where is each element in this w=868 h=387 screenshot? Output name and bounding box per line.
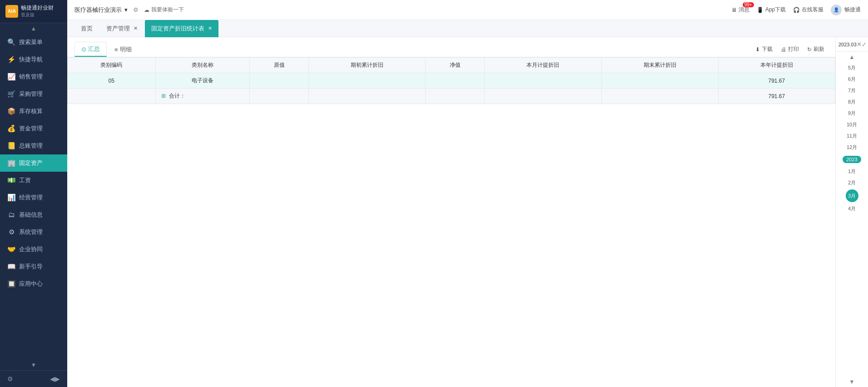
user-menu[interactable]: 👤 畅捷通 xyxy=(831,5,861,15)
fixed-icon: 🏢 xyxy=(7,159,15,167)
col-header-monthly: 本月计提折旧 xyxy=(485,58,601,73)
sidebar-item-system[interactable]: ⚙ 系统管理 xyxy=(0,223,67,241)
date-panel-title: 2023.03 xyxy=(838,42,857,47)
sidebar-item-quicknav[interactable]: ⚡ 快捷导航 xyxy=(0,51,67,68)
cell-ending xyxy=(601,73,718,89)
sidebar-item-purchase[interactable]: 🛒 采购管理 xyxy=(0,85,67,103)
cell-initial xyxy=(309,73,426,89)
sidebar-item-funds[interactable]: 💰 资金管理 xyxy=(0,120,67,137)
subtab-detail[interactable]: ≡ 明细 xyxy=(108,42,139,56)
subtabs: ⊙ 汇总 ≡ 明细 ⬇ 下载 🖨 打印 ↻ xyxy=(67,37,835,57)
date-scroll-down[interactable]: ▼ xyxy=(836,377,868,387)
date-month-6[interactable]: 6月 xyxy=(846,74,858,85)
system-icon: ⚙ xyxy=(7,228,15,236)
inventory-icon: 📦 xyxy=(7,107,15,115)
cloud-icon: ☁ xyxy=(144,7,149,13)
tab-depreciation-close[interactable]: ✕ xyxy=(208,25,212,31)
experience-label: 我要体验一下 xyxy=(151,6,184,14)
sidebar-scroll-down[interactable]: ▼ xyxy=(0,360,67,370)
experience-btn[interactable]: ☁ 我要体验一下 xyxy=(144,6,184,14)
settings-gear-icon[interactable]: ⚙ xyxy=(133,6,139,13)
search-icon: 🔍 xyxy=(7,38,15,46)
settings-icon[interactable]: ⚙ xyxy=(7,375,13,382)
tab-asset-close[interactable]: ✕ xyxy=(134,25,138,31)
app-version: 普及版 xyxy=(21,12,54,18)
date-month-8[interactable]: 8月 xyxy=(846,96,858,108)
message-btn[interactable]: 🖥 消息 99+ xyxy=(731,6,749,14)
col-header-annual: 本年计提折旧 xyxy=(718,58,835,73)
tab-depreciation-report[interactable]: 固定资产折旧统计表 ✕ xyxy=(145,20,218,37)
main-area: 医疗器械行业演示 ▾ ⚙ ☁ 我要体验一下 🖥 消息 99+ 📱 App下载 🎧… xyxy=(67,0,868,387)
refresh-icon: ↻ xyxy=(807,46,812,53)
total-row: ⊞ 合计： 791.67 xyxy=(68,89,835,104)
table-row: 05 电子设备 791.67 xyxy=(68,73,835,89)
logo-icon: AtA xyxy=(5,5,18,18)
sidebar-label-apps: 应用中心 xyxy=(19,280,43,288)
sidebar-item-search[interactable]: 🔍 搜索菜单 xyxy=(0,34,67,51)
enterprise-icon: 🤝 xyxy=(7,245,15,253)
sidebar-label-inventory: 库存核算 xyxy=(19,107,43,115)
content-area: ⊙ 汇总 ≡ 明细 ⬇ 下载 🖨 打印 ↻ xyxy=(67,37,868,387)
collapse-icon[interactable]: ◀▶ xyxy=(50,375,60,382)
date-month-2023-3[interactable]: 3月 xyxy=(846,189,858,202)
sidebar-label-purchase: 采购管理 xyxy=(19,90,43,98)
tab-home[interactable]: 首页 xyxy=(74,20,99,37)
detail-icon: ≡ xyxy=(114,46,118,53)
date-panel-close[interactable]: ✕ xyxy=(857,41,862,48)
app-name: 畅捷通好业财 xyxy=(21,5,54,12)
tab-depreciation-label: 固定资产折旧统计表 xyxy=(151,25,204,33)
print-btn[interactable]: 🖨 打印 xyxy=(777,44,803,55)
phone-icon: 📱 xyxy=(757,7,764,13)
funds-icon: 💰 xyxy=(7,124,15,133)
print-label: 打印 xyxy=(788,45,799,53)
cell-original xyxy=(250,73,309,89)
date-month-2023-2[interactable]: 2月 xyxy=(846,177,858,189)
apps-icon: 🔲 xyxy=(7,280,15,288)
home-label: 首页 xyxy=(81,25,93,33)
date-month-9[interactable]: 9月 xyxy=(846,108,858,119)
subtab-summary[interactable]: ⊙ 汇总 xyxy=(74,42,107,57)
sidebar-item-salary[interactable]: 💵 工资 xyxy=(0,172,67,189)
salary-icon: 💵 xyxy=(7,176,15,184)
date-scroll-up[interactable]: ▲ xyxy=(836,52,868,62)
sidebar-item-sales[interactable]: 📈 销售管理 xyxy=(0,68,67,85)
cell-code: 05 xyxy=(68,73,156,89)
sidebar-item-inventory[interactable]: 📦 库存核算 xyxy=(0,103,67,120)
sidebar-label-search: 搜索菜单 xyxy=(19,38,43,46)
operation-icon: 📊 xyxy=(7,194,15,202)
sidebar-label-ledger: 总账管理 xyxy=(19,142,43,150)
print-icon: 🖨 xyxy=(781,46,786,53)
sidebar-label-fixed: 固定资产 xyxy=(19,159,43,167)
sidebar-nav: 🔍 搜索菜单 ⚡ 快捷导航 📈 销售管理 🛒 采购管理 📦 库存核算 💰 资金管… xyxy=(0,34,67,360)
app-download-btn[interactable]: 📱 App下载 xyxy=(757,6,786,14)
sidebar-item-basic[interactable]: 🗂 基础信息 xyxy=(0,206,67,223)
date-month-10[interactable]: 10月 xyxy=(845,119,859,130)
year-2023-label: 2023 xyxy=(843,156,861,163)
tab-asset-management[interactable]: 资产管理 ✕ xyxy=(100,20,144,37)
company-selector[interactable]: 医疗器械行业演示 ▾ xyxy=(74,6,128,14)
refresh-btn[interactable]: ↻ 刷新 xyxy=(804,44,828,55)
sidebar-item-ledger[interactable]: 📒 总账管理 xyxy=(0,137,67,154)
sidebar-scroll-up[interactable]: ▲ xyxy=(0,23,67,34)
headset-icon: 🎧 xyxy=(793,7,800,13)
date-month-7[interactable]: 7月 xyxy=(846,85,858,96)
date-month-2023-1[interactable]: 1月 xyxy=(846,166,858,177)
ledger-icon: 📒 xyxy=(7,142,15,150)
subtab-summary-label: 汇总 xyxy=(88,45,100,53)
online-service-btn[interactable]: 🎧 在线客服 xyxy=(793,6,823,14)
sidebar-item-operation[interactable]: 📊 经营管理 xyxy=(0,189,67,206)
online-service-label: 在线客服 xyxy=(802,6,823,14)
cell-net xyxy=(426,73,485,89)
col-header-name: 类别名称 xyxy=(155,58,250,73)
sales-icon: 📈 xyxy=(7,73,15,81)
date-month-5[interactable]: 5月 xyxy=(846,62,858,74)
download-btn[interactable]: ⬇ 下载 xyxy=(752,44,776,55)
date-month-12[interactable]: 12月 xyxy=(845,142,859,153)
sidebar-item-guide[interactable]: 📖 新手引导 xyxy=(0,258,67,275)
sidebar-item-fixed[interactable]: 🏢 固定资产 xyxy=(0,154,67,172)
date-month-11[interactable]: 11月 xyxy=(845,130,859,142)
date-month-2023-4[interactable]: 4月 xyxy=(846,203,858,214)
date-panel-expand[interactable]: ⤢ xyxy=(862,41,866,48)
sidebar-item-enterprise[interactable]: 🤝 企业协同 xyxy=(0,241,67,258)
sidebar-item-apps[interactable]: 🔲 应用中心 xyxy=(0,275,67,293)
